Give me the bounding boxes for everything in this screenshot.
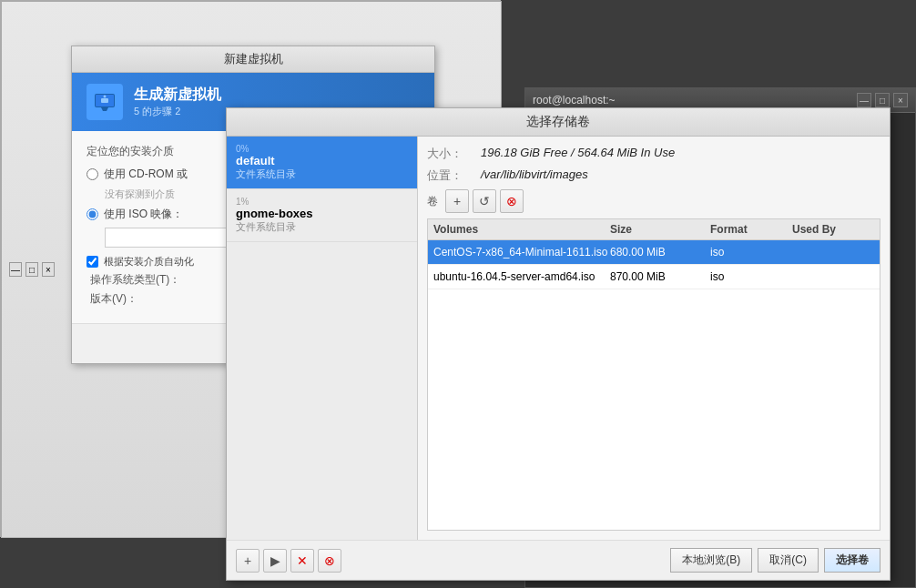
radio-cdrom-label: 使用 CD-ROM 或 [104,167,188,182]
volumes-table: Volumes Size Format Used By CentOS-7-x86… [427,218,880,531]
svg-point-8 [104,96,107,98]
radio-iso[interactable] [87,208,98,220]
pool-item-default[interactable]: 0% default 文件系统目录 [227,137,417,189]
storage-cancel-button[interactable]: 取消(C) [758,548,819,573]
footer-right-buttons: 本地浏览(B) 取消(C) 选择卷 [670,548,880,573]
volumes-label: 卷 [427,194,438,209]
wizard-title: 新建虚拟机 [72,46,434,73]
footer-left-buttons: + ▶ ✕ ⊗ [236,549,341,573]
table-row[interactable]: ubuntu-16.04.5-server-amd64.iso 870.00 M… [428,265,880,289]
vol-format-1: iso [710,270,792,283]
wizard-main-title: 生成新虚拟机 [134,86,221,105]
size-value: 196.18 GiB Free / 564.64 MiB In Use [481,146,675,162]
volume-toolbar: 卷 + ↺ ⊗ [427,189,880,213]
footer-delete-btn[interactable]: ⊗ [318,549,341,573]
location-label: 位置： [427,167,463,184]
vol-name-1: ubuntu-16.04.5-server-amd64.iso [433,270,610,283]
vol-size-0: 680.00 MiB [610,246,710,259]
storage-dialog: 选择存储卷 0% default 文件系统目录 1% gnome-boxes 文… [226,107,891,581]
select-volume-button[interactable]: 选择卷 [824,548,880,573]
delete-volume-btn[interactable]: ⊗ [500,189,524,213]
maximize-btn[interactable]: □ [25,262,38,277]
terminal-controls: — □ × [857,93,908,107]
terminal-minimize[interactable]: — [857,93,871,107]
svg-marker-6 [101,107,108,111]
col-volumes: Volumes [433,223,610,236]
table-row[interactable]: CentOS-7-x86_64-Minimal-1611.iso 680.00 … [428,240,880,265]
vol-format-0: iso [710,246,792,259]
vol-size-1: 870.00 MiB [610,270,710,283]
storage-pool-sidebar: 0% default 文件系统目录 1% gnome-boxes 文件系统目录 [227,137,418,540]
wizard-icon [87,84,123,120]
pool-name-0: default [236,154,408,167]
footer-play-btn[interactable]: ▶ [263,549,287,573]
local-browse-button[interactable]: 本地浏览(B) [670,548,752,573]
pool-usage-0: 0% [236,144,408,154]
terminal-maximize[interactable]: □ [875,93,890,107]
close-btn[interactable]: × [42,262,55,277]
radio-cdrom[interactable] [87,168,98,180]
auto-detect-checkbox[interactable] [87,256,98,268]
storage-footer: + ▶ ✕ ⊗ 本地浏览(B) 取消(C) 选择卷 [227,540,890,580]
storage-dialog-title: 选择存储卷 [227,108,890,137]
radio-iso-label: 使用 ISO 映像： [104,207,183,222]
location-value: /var/lib/libvirt/images [481,167,588,184]
auto-detect-label: 根据安装介质自动化 [104,255,194,269]
svg-rect-7 [101,98,108,103]
pool-name-1: gnome-boxes [236,207,408,220]
size-label: 大小： [427,146,463,162]
wizard-step: 5 的步骤 2 [134,105,221,118]
footer-stop-btn[interactable]: ✕ [290,549,314,573]
footer-add-btn[interactable]: + [236,549,260,573]
terminal-close[interactable]: × [893,93,908,107]
pool-sub-0: 文件系统目录 [236,167,408,181]
pool-item-gnome-boxes[interactable]: 1% gnome-boxes 文件系统目录 [227,189,417,242]
storage-dialog-body: 0% default 文件系统目录 1% gnome-boxes 文件系统目录 … [227,137,890,540]
table-header: Volumes Size Format Used By [428,219,880,240]
vol-name-0: CentOS-7-x86_64-Minimal-1611.iso [433,246,610,259]
os-type-label: 操作系统类型(T)： [90,273,180,286]
storage-main: 大小： 196.18 GiB Free / 564.64 MiB In Use … [418,137,890,540]
wizard-header-text: 生成新虚拟机 5 的步骤 2 [134,86,221,118]
terminal-title-text: root@localhost:~ [533,94,616,106]
col-size: Size [610,223,710,236]
size-row: 大小： 196.18 GiB Free / 564.64 MiB In Use [427,146,880,162]
location-row: 位置： /var/lib/libvirt/images [427,167,880,184]
add-volume-btn[interactable]: + [445,189,469,213]
pool-usage-1: 1% [236,197,408,207]
minimize-btn[interactable]: — [9,262,22,277]
refresh-btn[interactable]: ↺ [473,189,496,213]
col-format: Format [710,223,792,236]
pool-sub-1: 文件系统目录 [236,220,408,234]
col-used-by: Used By [792,223,874,236]
version-label: 版本(V)： [90,292,137,305]
